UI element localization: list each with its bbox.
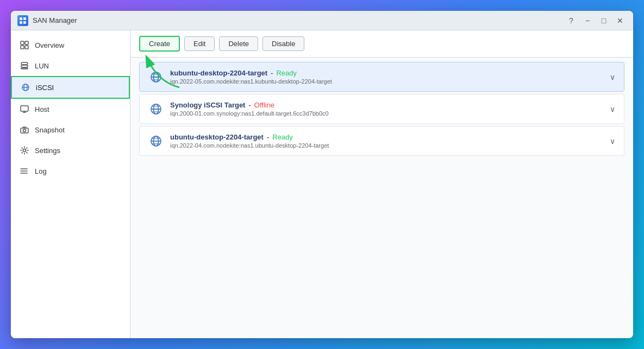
- svg-rect-6: [21, 46, 24, 49]
- target-item-1[interactable]: kubuntu-desktop-2204-target - Ready iqn.…: [139, 62, 624, 92]
- sidebar-log-label: Log: [35, 167, 47, 175]
- target-2-title: Synology iSCSI Target - Offline: [170, 101, 610, 109]
- content-area: Create Edit Delete Disable: [130, 30, 633, 338]
- sidebar-iscsi-label: iSCSI: [36, 84, 54, 92]
- sidebar-item-lun[interactable]: LUN: [11, 55, 130, 76]
- target-1-content: kubuntu-desktop-2204-target - Ready iqn.…: [170, 69, 610, 85]
- disable-button[interactable]: Disable: [262, 36, 304, 51]
- svg-rect-3: [23, 21, 26, 24]
- sidebar-snapshot-label: Snapshot: [35, 126, 65, 134]
- svg-rect-5: [25, 41, 28, 45]
- chevron-right-icon-3: ∨: [610, 137, 615, 145]
- target-1-dash: -: [271, 69, 273, 77]
- svg-rect-4: [21, 41, 24, 45]
- target-2-iqn: iqn.2000-01.com.synology:nas1.default-ta…: [170, 110, 610, 117]
- gear-icon: [20, 145, 29, 155]
- sidebar-settings-label: Settings: [35, 147, 60, 155]
- target-3-content: ubuntu-desktop-2204-target - Ready iqn.2…: [170, 133, 610, 149]
- edit-button[interactable]: Edit: [184, 36, 215, 51]
- main-content: Overview LUN: [11, 30, 633, 338]
- database-icon: [20, 61, 29, 71]
- app-icon: [17, 15, 28, 26]
- globe-icon-1: [148, 69, 164, 85]
- svg-point-24: [21, 170, 22, 172]
- svg-rect-9: [21, 65, 28, 67]
- svg-point-25: [21, 173, 22, 174]
- create-button[interactable]: Create: [139, 36, 180, 52]
- target-3-title: ubuntu-desktop-2204-target - Ready: [170, 133, 610, 141]
- window-controls: ? − □ ✕: [565, 14, 627, 27]
- sidebar-item-snapshot[interactable]: Snapshot: [11, 119, 130, 140]
- sidebar-item-iscsi[interactable]: iSCSI: [11, 76, 130, 99]
- globe-icon-2: [148, 101, 164, 117]
- globe-icon: [21, 83, 30, 92]
- target-2-dash: -: [248, 101, 251, 109]
- target-2-content: Synology iSCSI Target - Offline iqn.2000…: [170, 101, 610, 117]
- svg-rect-0: [20, 17, 22, 20]
- sidebar-overview-label: Overview: [35, 41, 64, 49]
- targets-list: kubuntu-desktop-2204-target - Ready iqn.…: [130, 58, 633, 338]
- svg-point-18: [23, 129, 26, 132]
- target-3-status: Ready: [272, 133, 293, 141]
- list-icon: [20, 166, 29, 176]
- close-button[interactable]: ✕: [614, 14, 627, 27]
- title-bar: SAN Manager ? − □ ✕: [11, 11, 633, 30]
- window-title: SAN Manager: [33, 16, 565, 24]
- sidebar-item-settings[interactable]: Settings: [11, 140, 130, 161]
- chevron-down-icon-1: ∨: [610, 73, 615, 81]
- minimize-button[interactable]: −: [581, 14, 594, 27]
- svg-point-23: [21, 168, 22, 169]
- chevron-right-icon-2: ∨: [610, 105, 615, 113]
- toolbar: Create Edit Delete Disable: [130, 30, 633, 58]
- svg-rect-8: [21, 62, 28, 65]
- target-1-name: kubuntu-desktop-2204-target: [170, 69, 267, 77]
- sidebar-item-overview[interactable]: Overview: [11, 35, 130, 55]
- target-item-3[interactable]: ubuntu-desktop-2204-target - Ready iqn.2…: [139, 126, 624, 156]
- sidebar-item-log[interactable]: Log: [11, 161, 130, 181]
- monitor-icon: [20, 104, 29, 114]
- sidebar-item-host[interactable]: Host: [11, 99, 130, 119]
- target-3-name: ubuntu-desktop-2204-target: [170, 133, 264, 141]
- sidebar: Overview LUN: [11, 30, 130, 338]
- globe-icon-3: [148, 134, 164, 149]
- target-item-2[interactable]: Synology iSCSI Target - Offline iqn.2000…: [139, 94, 624, 124]
- svg-rect-1: [23, 17, 26, 20]
- target-2-status: Offline: [254, 101, 274, 109]
- target-2-name: Synology iSCSI Target: [170, 101, 245, 109]
- sidebar-host-label: Host: [35, 105, 49, 113]
- svg-rect-14: [21, 106, 28, 111]
- target-1-title: kubuntu-desktop-2204-target - Ready: [170, 69, 610, 77]
- sidebar-lun-label: LUN: [35, 62, 49, 70]
- target-3-dash: -: [267, 133, 269, 141]
- svg-rect-10: [21, 68, 28, 69]
- target-3-iqn: iqn.2022-04.com.nodekite:nas1.ubuntu-des…: [170, 142, 610, 149]
- help-button[interactable]: ?: [565, 14, 578, 27]
- target-1-iqn: iqn.2022-05.com.nodekite:nas1.kubuntu-de…: [170, 78, 610, 85]
- camera-icon: [20, 125, 29, 135]
- main-window: SAN Manager ? − □ ✕ Overview: [11, 11, 633, 338]
- svg-rect-7: [25, 46, 28, 49]
- svg-rect-2: [20, 21, 22, 24]
- svg-point-19: [23, 149, 26, 152]
- maximize-button[interactable]: □: [597, 14, 610, 27]
- target-1-status: Ready: [276, 69, 297, 77]
- grid-icon: [20, 40, 29, 50]
- delete-button[interactable]: Delete: [219, 36, 258, 51]
